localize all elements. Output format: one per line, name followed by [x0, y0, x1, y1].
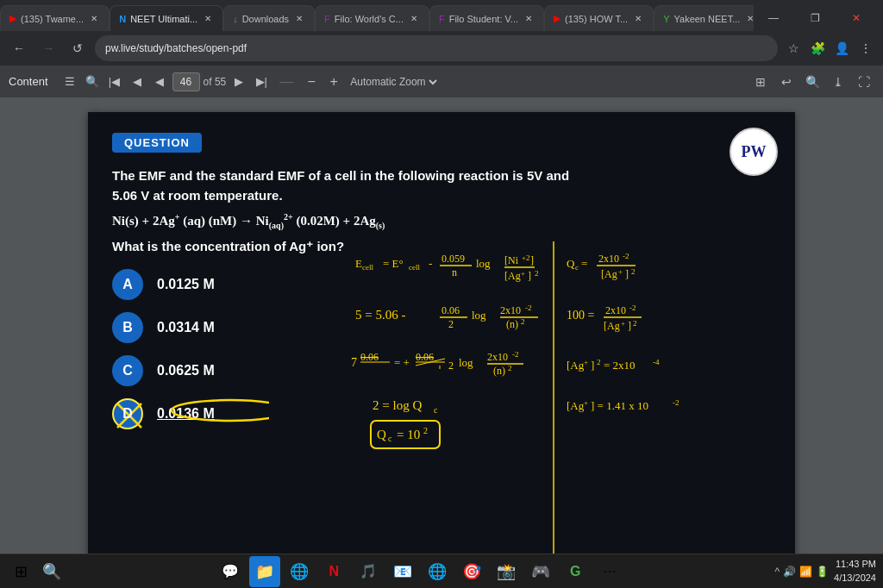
svg-text:[Ag: [Ag: [504, 270, 521, 282]
clock-time: 11:43 PM: [834, 558, 876, 571]
tab-twame[interactable]: ▶ (135) Twame... ✕: [0, 5, 110, 31]
tab-favicon-5: F: [439, 14, 445, 24]
menu-button[interactable]: ⋮: [855, 38, 876, 59]
pdf-next-page-button[interactable]: ◀: [150, 72, 169, 91]
tab-yakeen[interactable]: Y Yakeen NEET... ✕: [654, 5, 754, 31]
svg-text:log: log: [476, 257, 491, 270]
zoom-out-button[interactable]: −: [302, 72, 321, 91]
svg-text:c: c: [575, 263, 579, 272]
extension-button[interactable]: 🧩: [807, 38, 828, 59]
pdf-download-icon[interactable]: ⤓: [828, 72, 849, 92]
pdf-page: QUESTION PW The EMF and the standard EMF…: [88, 112, 795, 554]
taskbar-app-mail[interactable]: 📧: [387, 556, 418, 587]
svg-text:cell: cell: [362, 263, 373, 272]
pdf-spread-icon[interactable]: ⊞: [750, 72, 771, 92]
reload-button[interactable]: ↺: [66, 36, 90, 60]
taskbar-search-button[interactable]: 🔍: [38, 558, 66, 585]
tab-bar: ▶ (135) Twame... ✕ N NEET Ultimati... ✕ …: [0, 0, 883, 31]
maximize-button[interactable]: ❐: [795, 5, 835, 31]
pdf-rotate-icon[interactable]: ↩: [776, 72, 797, 92]
taskbar-app-netflix[interactable]: N: [318, 556, 349, 587]
option-circle-b[interactable]: B: [112, 312, 143, 343]
pdf-menu-icon[interactable]: ☰: [60, 72, 79, 91]
back-button[interactable]: ←: [7, 36, 31, 60]
tab-close-6[interactable]: ✕: [632, 13, 644, 25]
forward-button[interactable]: →: [36, 36, 60, 60]
pdf-title: Content: [9, 75, 48, 88]
zoom-select[interactable]: Automatic Zoom: [347, 75, 440, 89]
tray-battery-icon[interactable]: 🔋: [816, 566, 829, 578]
option-text-c: 0.0625 M: [157, 363, 215, 378]
tab-close-4[interactable]: ✕: [408, 13, 420, 25]
svg-text:-4: -4: [653, 358, 660, 366]
pdf-search-icon[interactable]: 🔍: [83, 72, 102, 91]
pdf-first-page-button[interactable]: |◀: [105, 72, 124, 91]
bookmark-button[interactable]: ☆: [783, 38, 804, 59]
svg-text:+: +: [621, 319, 625, 328]
clock[interactable]: 11:43 PM 4/13/2024: [834, 558, 876, 585]
close-button[interactable]: ✕: [836, 5, 876, 31]
svg-text:+: +: [584, 358, 588, 366]
taskbar-app-more[interactable]: ···: [594, 556, 625, 587]
taskbar-app-chrome[interactable]: 🌐: [284, 556, 315, 587]
pdf-prev-page-button[interactable]: ◀: [128, 72, 147, 91]
tab-close-7[interactable]: ✕: [744, 13, 754, 25]
pdf-fullscreen-icon[interactable]: ⛶: [854, 72, 874, 92]
tray-volume-icon[interactable]: 🔊: [783, 566, 796, 578]
svg-text:0.06: 0.06: [416, 351, 434, 363]
tab-close-5[interactable]: ✕: [523, 13, 535, 25]
taskbar-app-spotify[interactable]: 🎯: [456, 556, 487, 587]
svg-text:=: =: [581, 257, 587, 270]
pdf-forward-page-button[interactable]: ▶: [229, 72, 248, 91]
svg-text:]: ]: [530, 254, 534, 266]
pdf-search-right-icon[interactable]: 🔍: [802, 72, 823, 92]
taskbar-app-music[interactable]: 🎵: [353, 556, 384, 587]
question-reaction: Ni(s) + 2Ag+ (aq) (nM) → Ni(aq)2+ (0.02M…: [112, 210, 578, 232]
tab-title-1: (135) Twame...: [21, 14, 84, 24]
pdf-last-page-button[interactable]: ▶|: [252, 72, 271, 91]
svg-text:+: +: [618, 267, 623, 276]
taskbar-app-xbox[interactable]: 🎮: [525, 556, 556, 587]
window-controls: — ❐ ✕: [754, 5, 883, 31]
zoom-in-button[interactable]: +: [324, 72, 343, 91]
option-circle-c[interactable]: C: [112, 355, 143, 386]
svg-text:-2: -2: [673, 398, 679, 407]
svg-text:= +: = +: [394, 356, 410, 369]
tab-favicon-3: ↓: [233, 14, 238, 24]
minimize-button[interactable]: —: [754, 5, 793, 31]
taskbar-app-game[interactable]: G: [560, 556, 591, 587]
tray-expand-icon[interactable]: ^: [774, 566, 780, 578]
tab-favicon-6: ▶: [554, 13, 560, 24]
tab-close-2[interactable]: ✕: [202, 13, 214, 25]
page-number-input[interactable]: [172, 72, 200, 91]
tab-how[interactable]: ▶ (135) HOW T... ✕: [544, 5, 654, 31]
pdf-content-area[interactable]: QUESTION PW The EMF and the standard EMF…: [0, 98, 883, 554]
svg-text:= 10: = 10: [397, 428, 420, 441]
taskbar-app-camera[interactable]: 📸: [491, 556, 522, 587]
tab-neet[interactable]: N NEET Ultimati... ✕: [110, 5, 223, 31]
profile-button[interactable]: 👤: [831, 38, 852, 59]
taskbar-app-edge[interactable]: 🌐: [422, 556, 453, 587]
tab-filo1[interactable]: F Filo: World's C... ✕: [315, 5, 429, 31]
taskbar-app-chat[interactable]: 💬: [215, 556, 246, 587]
tab-close-3[interactable]: ✕: [293, 13, 305, 25]
tab-filo2[interactable]: F Filo Student: V... ✕: [429, 5, 544, 31]
svg-text:(n): (n): [506, 318, 518, 330]
svg-text:[Ag: [Ag: [567, 399, 585, 412]
svg-text:-2: -2: [623, 252, 629, 260]
address-input[interactable]: [95, 35, 778, 61]
svg-text:0.059: 0.059: [442, 253, 465, 265]
option-circle-a[interactable]: A: [112, 269, 143, 300]
tray-network-icon[interactable]: 📶: [799, 566, 812, 578]
pdf-right-tools: ⊞ ↩ 🔍 ⤓ ⛶: [750, 72, 874, 92]
tab-title-7: Yakeen NEET...: [674, 14, 741, 24]
pw-logo-text: PW: [742, 143, 767, 161]
pdf-toolbar: Content ☰ 🔍 |◀ ◀ ◀ of 55 ▶ ▶| — − + Auto…: [0, 66, 883, 98]
tab-downloads[interactable]: ↓ Downloads ✕: [223, 5, 315, 31]
svg-text:2: 2: [423, 426, 428, 435]
taskbar-app-explorer[interactable]: 📁: [249, 556, 280, 587]
tab-close-1[interactable]: ✕: [88, 13, 100, 25]
option-circle-d[interactable]: D: [112, 398, 143, 429]
start-button[interactable]: ⊞: [7, 558, 34, 585]
svg-text:Q: Q: [567, 257, 575, 270]
